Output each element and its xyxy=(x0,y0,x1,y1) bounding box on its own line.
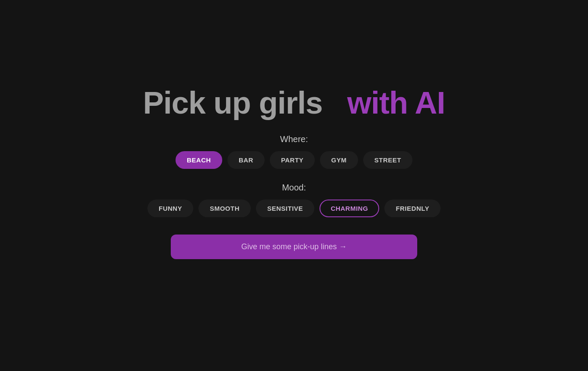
mood-section: Mood: FUNNYSMOOTHSENSITIVECHARMINGFRIEDN… xyxy=(138,183,450,217)
where-pill-beach[interactable]: BEACH xyxy=(176,151,222,169)
mood-label: Mood: xyxy=(282,183,306,193)
mood-pill-charming[interactable]: CHARMING xyxy=(320,200,380,217)
where-pill-party[interactable]: PARTY xyxy=(270,151,315,169)
headline: Pick up girls with AI xyxy=(143,86,445,120)
where-pill-gym[interactable]: GYM xyxy=(320,151,358,169)
mood-pill-friednly[interactable]: FRIEDNLY xyxy=(384,200,441,217)
main-container: Pick up girls with AI Where: BEACHBARPAR… xyxy=(121,86,467,259)
mood-pill-sensitive[interactable]: SENSITIVE xyxy=(256,200,314,217)
where-pill-street[interactable]: STREET xyxy=(363,151,412,169)
headline-plain: Pick up girls xyxy=(143,86,323,120)
where-pills-row: BEACHBARPARTYGYMSTREET xyxy=(176,151,412,169)
where-pill-bar[interactable]: BAR xyxy=(227,151,265,169)
where-section: Where: BEACHBARPARTYGYMSTREET xyxy=(138,134,450,169)
cta-button[interactable]: Give me some pick-up lines → xyxy=(171,235,417,259)
mood-pills-row: FUNNYSMOOTHSENSITIVECHARMINGFRIEDNLY xyxy=(147,200,441,217)
mood-pill-smooth[interactable]: SMOOTH xyxy=(198,200,251,217)
mood-pill-funny[interactable]: FUNNY xyxy=(147,200,193,217)
where-label: Where: xyxy=(280,134,308,144)
headline-accent: with AI xyxy=(347,86,445,120)
